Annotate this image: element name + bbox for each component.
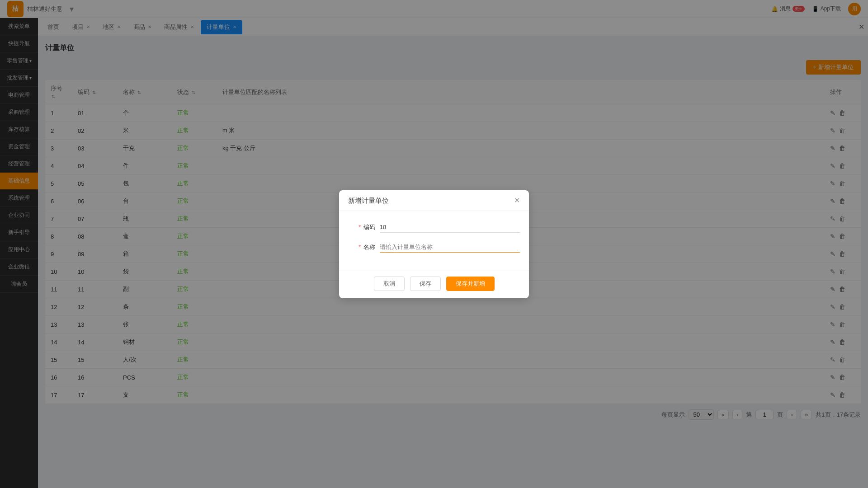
modal-overlay: 新增计量单位 ✕ * 编码 * 名称 取消 保存 保存并新增: [0, 0, 868, 488]
save-button[interactable]: 保存: [410, 277, 441, 291]
form-row-code: * 编码: [348, 222, 520, 233]
required-mark-name: *: [359, 244, 361, 250]
code-input[interactable]: [380, 222, 520, 233]
form-label-code: * 编码: [348, 223, 375, 231]
modal-footer: 取消 保存 保存并新增: [339, 271, 529, 298]
form-label-name: * 名称: [348, 243, 375, 251]
modal-title: 新增计量单位: [348, 197, 389, 205]
modal-close-btn[interactable]: ✕: [514, 197, 520, 204]
form-row-name: * 名称: [348, 242, 520, 253]
modal-header: 新增计量单位 ✕: [339, 190, 529, 211]
required-mark-code: *: [359, 224, 361, 230]
name-input[interactable]: [380, 242, 520, 253]
cancel-button[interactable]: 取消: [374, 277, 405, 291]
modal-body: * 编码 * 名称: [339, 211, 529, 271]
save-and-new-button[interactable]: 保存并新增: [446, 277, 495, 291]
add-unit-modal: 新增计量单位 ✕ * 编码 * 名称 取消 保存 保存并新增: [339, 190, 529, 298]
